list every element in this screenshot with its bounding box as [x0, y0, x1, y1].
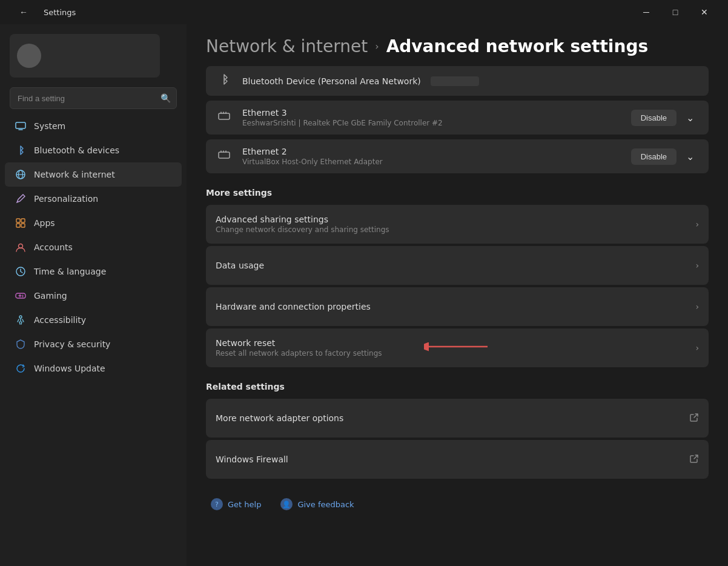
minimize-button[interactable]: ─	[632, 2, 660, 22]
get-help-icon: ?	[211, 498, 223, 510]
sidebar-item-update[interactable]: Windows Update	[5, 356, 182, 381]
data-usage-chevron: ›	[695, 261, 699, 270]
breadcrumb-separator: ›	[375, 41, 379, 52]
sidebar-item-accessibility[interactable]: Accessibility	[5, 308, 182, 332]
windows-firewall-content: Windows Firewall	[216, 454, 689, 464]
svg-rect-5	[16, 224, 20, 227]
nav-list: System Bluetooth & devices Network & int…	[0, 114, 187, 381]
sidebar-item-personalization[interactable]: Personalization	[5, 187, 182, 211]
sidebar-item-label-personalization: Personalization	[34, 194, 98, 204]
adapter-actions-ethernet2: Disable ⌄	[631, 148, 699, 165]
hardware-properties-row[interactable]: Hardware and connection properties ›	[206, 287, 709, 326]
get-help-label: Get help	[228, 500, 261, 509]
adapter-ethernet2[interactable]: Ethernet 2 VirtualBox Host-Only Ethernet…	[206, 139, 709, 173]
update-icon	[15, 362, 27, 375]
svg-rect-4	[21, 219, 25, 222]
svg-rect-14	[219, 152, 230, 158]
system-icon	[15, 120, 27, 132]
sidebar-item-label-accounts: Accounts	[34, 242, 73, 252]
windows-firewall-external-icon	[689, 454, 699, 465]
more-adapter-options-content: More network adapter options	[216, 413, 689, 423]
footer-links: ? Get help 👤 Give feedback	[206, 498, 709, 510]
svg-point-11	[22, 296, 24, 298]
network-reset-row[interactable]: Network reset Reset all network adapters…	[206, 328, 709, 367]
breadcrumb: Network & internet › Advanced network se…	[206, 36, 709, 56]
maximize-button[interactable]: □	[661, 2, 689, 22]
close-button[interactable]: ✕	[690, 2, 718, 22]
sidebar-item-time[interactable]: Time & language	[5, 259, 182, 284]
sidebar-item-apps[interactable]: Apps	[5, 211, 182, 235]
sidebar-item-privacy[interactable]: Privacy & security	[5, 332, 182, 356]
adapter-info-ethernet2: Ethernet 2 VirtualBox Host-Only Ethernet…	[242, 147, 621, 166]
sidebar-item-label-time: Time & language	[34, 267, 106, 276]
sidebar-item-label-gaming: Gaming	[34, 291, 67, 301]
advanced-sharing-content: Advanced sharing settings Change network…	[216, 215, 695, 234]
windows-firewall-title: Windows Firewall	[216, 454, 689, 464]
adapter-bluetooth[interactable]: Bluetooth Device (Personal Area Network)	[206, 66, 709, 96]
user-profile[interactable]	[10, 34, 160, 78]
svg-point-12	[19, 316, 22, 318]
advanced-sharing-row[interactable]: Advanced sharing settings Change network…	[206, 205, 709, 244]
disable-ethernet3-button[interactable]: Disable	[631, 110, 677, 126]
accounts-icon	[15, 241, 27, 253]
sidebar-item-label-network: Network & internet	[34, 170, 115, 179]
network-reset-chevron: ›	[695, 343, 699, 353]
bluetooth-icon	[15, 144, 27, 156]
sidebar-item-accounts[interactable]: Accounts	[5, 235, 182, 259]
svg-rect-3	[16, 219, 20, 222]
personalization-icon	[15, 193, 27, 205]
more-adapter-options-row[interactable]: More network adapter options	[206, 399, 709, 438]
adapter-ethernet3[interactable]: Ethernet 3 EeshwarSrishti | Realtek PCIe…	[206, 101, 709, 135]
search-input[interactable]	[10, 87, 177, 109]
svg-rect-13	[219, 113, 230, 119]
expand-ethernet3-button[interactable]: ⌄	[681, 110, 699, 126]
search-icon: 🔍	[160, 93, 171, 103]
sidebar-item-label-apps: Apps	[34, 218, 55, 228]
sidebar-item-bluetooth[interactable]: Bluetooth & devices	[5, 138, 182, 162]
apps-icon	[15, 217, 27, 229]
sidebar-item-label-accessibility: Accessibility	[34, 315, 86, 325]
hardware-properties-chevron: ›	[695, 302, 699, 311]
adapter-name-bluetooth: Bluetooth Device (Personal Area Network)	[242, 76, 421, 86]
advanced-sharing-title: Advanced sharing settings	[216, 215, 695, 224]
sidebar-item-label-bluetooth: Bluetooth & devices	[34, 145, 119, 155]
main-content: Network & internet › Advanced network se…	[187, 24, 728, 566]
related-settings-header: Related settings	[206, 382, 709, 391]
get-help-link[interactable]: ? Get help	[211, 498, 261, 510]
red-arrow-indicator	[424, 339, 491, 356]
sidebar-item-label-privacy: Privacy & security	[34, 339, 110, 349]
adapter-desc-ethernet3: EeshwarSrishti | Realtek PCIe GbE Family…	[242, 119, 621, 127]
sidebar: 🔍 System Bluetooth & devices Network & i…	[0, 24, 187, 566]
more-adapter-options-external-icon	[689, 413, 699, 424]
expand-ethernet2-button[interactable]: ⌄	[681, 148, 699, 165]
avatar	[17, 44, 41, 68]
more-settings-header: More settings	[206, 188, 709, 198]
data-usage-row[interactable]: Data usage ›	[206, 246, 709, 285]
sidebar-item-label-system: System	[34, 121, 65, 131]
svg-rect-0	[16, 122, 25, 128]
sidebar-item-system[interactable]: System	[5, 114, 182, 138]
page-title: Advanced network settings	[386, 36, 648, 56]
svg-point-10	[22, 295, 24, 296]
windows-firewall-row[interactable]: Windows Firewall	[206, 440, 709, 479]
advanced-sharing-chevron: ›	[695, 219, 699, 229]
adapter-name-ethernet2: Ethernet 2	[242, 147, 621, 156]
adapter-actions-ethernet3: Disable ⌄	[631, 110, 699, 126]
breadcrumb-parent: Network & internet	[206, 36, 368, 56]
back-button[interactable]: ←	[10, 2, 38, 22]
network-icon	[15, 168, 27, 181]
sidebar-item-gaming[interactable]: Gaming	[5, 284, 182, 308]
advanced-sharing-subtitle: Change network discovery and sharing set…	[216, 225, 695, 234]
adapter-icon-ethernet2	[216, 148, 233, 165]
give-feedback-link[interactable]: 👤 Give feedback	[280, 498, 354, 510]
sidebar-item-network[interactable]: Network & internet	[5, 162, 182, 187]
accessibility-icon	[15, 314, 27, 326]
data-usage-title: Data usage	[216, 261, 695, 270]
data-usage-content: Data usage	[216, 261, 695, 270]
sidebar-item-label-update: Windows Update	[34, 364, 105, 373]
titlebar: ← Settings ─ □ ✕	[0, 0, 728, 24]
disable-ethernet2-button[interactable]: Disable	[631, 148, 677, 165]
adapter-icon-ethernet3	[216, 110, 233, 126]
hardware-properties-content: Hardware and connection properties	[216, 302, 695, 311]
bluetooth-toggle	[431, 76, 479, 86]
